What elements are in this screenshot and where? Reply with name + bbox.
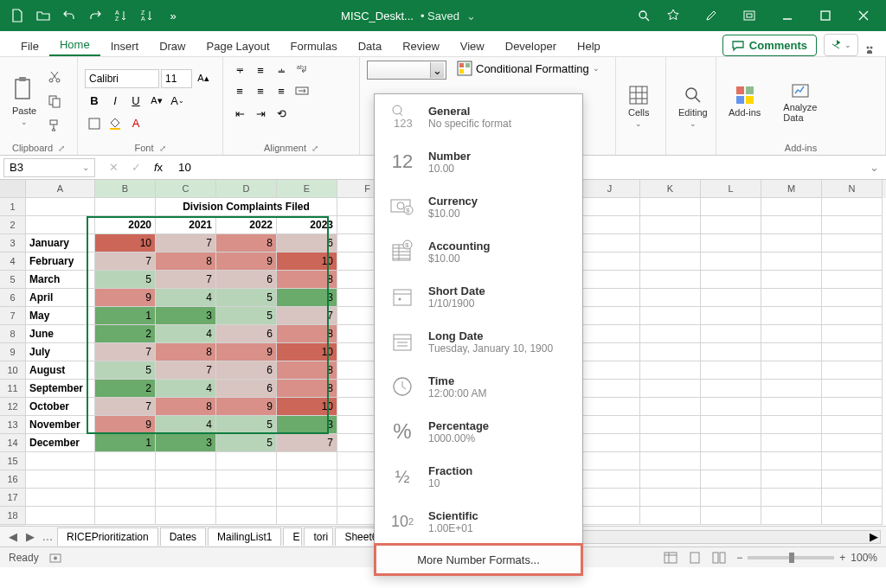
cell[interactable] xyxy=(95,198,156,216)
cell[interactable] xyxy=(761,434,822,452)
cell[interactable] xyxy=(701,452,761,470)
cell[interactable] xyxy=(701,234,761,252)
align-center-icon[interactable]: ≡ xyxy=(251,81,270,100)
cell[interactable] xyxy=(822,307,883,325)
cell[interactable]: 4 xyxy=(156,325,216,343)
font-launcher-icon[interactable]: ⤢ xyxy=(159,144,166,153)
cell[interactable] xyxy=(580,434,640,452)
cell[interactable]: 7 xyxy=(95,343,156,361)
orientation-icon[interactable]: ⟲ xyxy=(272,104,291,123)
cell[interactable]: 4 xyxy=(156,289,216,307)
cell[interactable] xyxy=(701,380,761,398)
cell[interactable] xyxy=(640,434,701,452)
increase-font-icon[interactable]: A▴ xyxy=(194,69,213,88)
cell[interactable]: 9 xyxy=(95,416,156,434)
cell[interactable]: January xyxy=(26,234,95,252)
cell[interactable]: 10 xyxy=(95,234,156,252)
numfmt-time[interactable]: Time12:00:00 AM xyxy=(375,364,582,409)
cell[interactable]: 2022 xyxy=(216,216,277,234)
cell[interactable] xyxy=(701,470,761,489)
numfmt-number[interactable]: 12Number10.00 xyxy=(375,139,582,184)
cell[interactable]: 10 xyxy=(277,343,337,361)
zoom-value[interactable]: 100% xyxy=(851,552,877,564)
cell[interactable] xyxy=(701,398,761,416)
cell[interactable]: 2 xyxy=(95,380,156,398)
sheet-tab[interactable]: Dates xyxy=(160,527,206,546)
row-header[interactable]: 18 xyxy=(0,507,26,525)
zoom-out-icon[interactable]: − xyxy=(736,552,742,564)
cell[interactable] xyxy=(580,307,640,325)
italic-icon[interactable]: I xyxy=(106,92,125,111)
numfmt-general[interactable]: 123GeneralNo specific format xyxy=(375,94,582,139)
cell[interactable] xyxy=(822,252,883,271)
cell[interactable]: 5 xyxy=(216,416,277,434)
editing-button[interactable]: Editing⌄ xyxy=(673,81,713,131)
cell[interactable] xyxy=(640,216,701,234)
cell[interactable] xyxy=(822,507,883,525)
clipboard-launcher-icon[interactable]: ⤢ xyxy=(58,144,65,153)
cell[interactable]: 5 xyxy=(95,361,156,380)
cell[interactable] xyxy=(822,271,883,289)
cell[interactable] xyxy=(95,489,156,507)
underline-icon[interactable]: U xyxy=(126,92,145,111)
cell[interactable]: 7 xyxy=(156,234,216,252)
macro-record-icon[interactable] xyxy=(49,552,61,564)
align-left-icon[interactable]: ≡ xyxy=(230,81,249,100)
cell[interactable] xyxy=(701,416,761,434)
cell[interactable] xyxy=(701,489,761,507)
cell[interactable] xyxy=(580,416,640,434)
column-header[interactable]: E xyxy=(277,180,337,198)
cell[interactable] xyxy=(761,234,822,252)
cell[interactable] xyxy=(701,507,761,525)
cell[interactable]: 6 xyxy=(216,271,277,289)
row-header[interactable]: 16 xyxy=(0,470,26,489)
cell[interactable] xyxy=(761,398,822,416)
cell[interactable]: Division Complaints Filed xyxy=(156,198,337,216)
column-header[interactable]: J xyxy=(580,180,640,198)
cell[interactable]: 8 xyxy=(216,234,277,252)
cell[interactable]: 9 xyxy=(216,343,277,361)
row-header[interactable]: 5 xyxy=(0,271,26,289)
cell[interactable] xyxy=(822,380,883,398)
cell[interactable]: November xyxy=(26,416,95,434)
cell[interactable] xyxy=(580,398,640,416)
zoom-control[interactable]: − + 100% xyxy=(736,552,877,564)
copy-icon[interactable] xyxy=(45,92,64,111)
cell[interactable] xyxy=(701,343,761,361)
cell[interactable] xyxy=(640,507,701,525)
cell[interactable]: 3 xyxy=(277,289,337,307)
cell[interactable]: 6 xyxy=(277,234,337,252)
number-format-dropdown[interactable]: ⌄ xyxy=(367,61,446,80)
cell[interactable] xyxy=(701,289,761,307)
row-header[interactable]: 3 xyxy=(0,234,26,252)
expand-formula-icon[interactable]: ⌄ xyxy=(863,161,886,174)
cell[interactable] xyxy=(277,507,337,525)
column-header[interactable]: M xyxy=(761,180,822,198)
cell[interactable] xyxy=(822,198,883,216)
cell[interactable] xyxy=(640,271,701,289)
cell[interactable] xyxy=(156,507,216,525)
column-header[interactable]: L xyxy=(701,180,761,198)
border-icon[interactable] xyxy=(85,114,104,133)
cell[interactable] xyxy=(822,325,883,343)
cell[interactable] xyxy=(580,361,640,380)
numfmt-scientific[interactable]: 102Scientific1.00E+01 xyxy=(375,499,582,544)
tab-draw[interactable]: Draw xyxy=(149,35,196,56)
cell[interactable] xyxy=(640,325,701,343)
view-page-layout-icon[interactable] xyxy=(688,552,702,564)
cell[interactable]: 1 xyxy=(95,307,156,325)
row-header[interactable]: 12 xyxy=(0,398,26,416)
cell[interactable] xyxy=(701,198,761,216)
cell[interactable]: 6 xyxy=(216,380,277,398)
cell[interactable] xyxy=(822,289,883,307)
cell[interactable] xyxy=(580,452,640,470)
align-middle-icon[interactable]: ≡ xyxy=(251,61,270,80)
tab-review[interactable]: Review xyxy=(392,35,450,56)
tab-insert[interactable]: Insert xyxy=(100,35,150,56)
sheet-nav-next[interactable]: ▶ xyxy=(22,530,38,543)
cell[interactable]: 7 xyxy=(277,307,337,325)
cell[interactable]: June xyxy=(26,325,95,343)
cell[interactable] xyxy=(26,507,95,525)
addins-button[interactable]: Add-ins xyxy=(723,81,766,121)
cell[interactable]: April xyxy=(26,289,95,307)
